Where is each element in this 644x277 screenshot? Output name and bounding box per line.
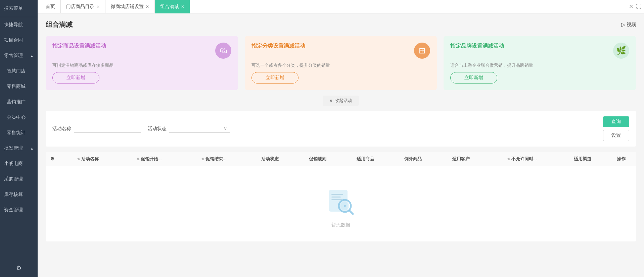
table-header-no-overlap[interactable]: ⇅ 不允许同时... (485, 152, 559, 166)
table-header-row: ⚙ ⇅ 活动名称 ⇅ 促销开始... ⇅ 促销结束... (46, 152, 636, 166)
svg-line-6 (349, 210, 353, 214)
chevron-down-icon: ∨ (224, 126, 227, 131)
brand-card-icon: 🌿 (613, 43, 629, 59)
tab-store-catalog[interactable]: 门店商品目录 ✕ (61, 0, 105, 13)
activity-table: ⚙ ⇅ 活动名称 ⇅ 促销开始... ⇅ 促销结束... (46, 152, 636, 241)
no-overlap-sort-icon: ⇅ (507, 157, 510, 161)
category-add-button[interactable]: 立即新增 (251, 72, 298, 84)
brand-card-title: 指定品牌设置满减活动 (450, 43, 504, 50)
gear-icon[interactable]: ⚙ (16, 264, 21, 272)
wholesale-mgmt-arrow: ▲ (30, 147, 34, 150)
sidebar-item-member-center[interactable]: 会员中心 (0, 110, 38, 125)
activity-name-label: 活动名称 (52, 126, 71, 132)
sidebar-bottom: ⚙ (0, 259, 38, 277)
sidebar-item-retail-management[interactable]: 零售管理 ▲ (0, 48, 38, 63)
table-header-promo-rule: 促销规则 (294, 152, 341, 166)
video-link[interactable]: ▷ 视频 (621, 21, 636, 28)
goods-activity-card: 指定商品设置满减活动 🛍 可指定滞销商品或库存较多商品 立即新增 (46, 36, 238, 90)
promo-end-sort-icon: ⇅ (201, 157, 204, 161)
collapse-arrow-icon: ∧ (329, 98, 333, 103)
search-bar: 活动名称 活动状态 ∨ 查询 设置 (46, 111, 636, 147)
tab-combo-discount[interactable]: 组合满减 ✕ (155, 0, 190, 13)
page-title: 组合满减 (46, 20, 73, 29)
tabbar-right: ✕ ⛶ (629, 3, 641, 10)
tab-wechat-shop-settings[interactable]: 微商城店铺设置 ✕ (105, 0, 155, 13)
table-body: 暂无数据 (46, 166, 636, 241)
sidebar-item-inventory-calc[interactable]: 库存核算 (0, 187, 38, 202)
table-header-promo-start[interactable]: ⇅ 促销开始... (117, 152, 181, 166)
table-header-activity-status: 活动状态 (246, 152, 294, 166)
activity-name-input[interactable] (74, 124, 141, 133)
sidebar-item-xiaochang-ecom[interactable]: 小畅电商 (0, 156, 38, 171)
sidebar-item-fund-mgmt[interactable]: 资金管理 (0, 202, 38, 218)
sidebar-item-smart-store[interactable]: 智慧门店 (0, 63, 38, 79)
activity-name-sort-icon: ⇅ (77, 157, 80, 161)
goods-card-desc: 可指定滞销商品或库存较多商品 (52, 62, 231, 69)
table-empty-row: 暂无数据 (46, 166, 636, 241)
tab-home[interactable]: 首页 (40, 0, 61, 13)
table-header-applicable-goods: 适用商品 (341, 152, 389, 166)
category-card-header: 指定分类设置满减活动 ⊞ (251, 43, 430, 59)
query-button[interactable]: 查询 (603, 116, 629, 127)
table-wrap: ⚙ ⇅ 活动名称 ⇅ 促销开始... ⇅ 促销结束... (46, 152, 636, 241)
activity-status-select[interactable]: ∨ (169, 124, 230, 133)
leaf-icon: 🌿 (616, 46, 626, 55)
activity-status-field: 活动状态 ∨ (148, 124, 230, 133)
goods-card-title: 指定商品设置满减活动 (52, 43, 106, 50)
sidebar-item-retail-stats[interactable]: 零售统计 (0, 125, 38, 141)
promo-start-sort-icon: ⇅ (137, 157, 139, 161)
grid-icon: ⊞ (419, 46, 425, 55)
activity-cards: 指定商品设置满减活动 🛍 可指定滞销商品或库存较多商品 立即新增 指定分类设置满… (46, 36, 636, 90)
bag-icon: 🛍 (220, 46, 227, 55)
page-header: 组合满减 ▷ 视频 (46, 20, 636, 29)
table-header-activity-name[interactable]: ⇅ 活动名称 (59, 152, 117, 166)
brand-card-desc: 适合与上游企业联合做营销，提升品牌销量 (450, 62, 629, 69)
brand-add-button[interactable]: 立即新增 (450, 72, 497, 84)
maximize-window-icon[interactable]: ⛶ (636, 4, 641, 10)
category-card-title: 指定分类设置满减活动 (251, 43, 305, 50)
svg-rect-2 (331, 197, 341, 198)
tabbar: 首页 门店商品目录 ✕ 微商城店铺设置 ✕ 组合满减 ✕ ✕ ⛶ (38, 0, 644, 13)
empty-illustration (324, 186, 358, 217)
goods-card-icon: 🛍 (215, 43, 231, 59)
activity-status-label: 活动状态 (148, 126, 167, 132)
table-header-applicable-channel: 适用渠道 (559, 152, 606, 166)
search-buttons: 查询 设置 (603, 116, 629, 141)
tab-combo-discount-close[interactable]: ✕ (181, 4, 184, 9)
content-area: 组合满减 ▷ 视频 指定商品设置满减活动 🛍 可指定滞销商品或库存较多商品 立即… (38, 13, 644, 277)
close-window-icon[interactable]: ✕ (629, 3, 633, 10)
table-header-gear[interactable]: ⚙ (46, 152, 59, 166)
sidebar: 搜索菜单 快捷导航 项目合同 零售管理 ▲ 智慧门店 零售商城 营销推广 会员中… (0, 0, 38, 277)
setting-button[interactable]: 设置 (603, 130, 629, 141)
brand-card-header: 指定品牌设置满减活动 🌿 (450, 43, 629, 59)
main-area: 首页 门店商品目录 ✕ 微商城店铺设置 ✕ 组合满减 ✕ ✕ ⛶ 组合满减 ▷ … (38, 0, 644, 277)
sidebar-item-wholesale-mgmt[interactable]: 批发管理 ▲ (0, 141, 38, 156)
brand-activity-card: 指定品牌设置满减活动 🌿 适合与上游企业联合做营销，提升品牌销量 立即新增 (444, 36, 636, 90)
table-header-exception-goods: 例外商品 (389, 152, 437, 166)
svg-rect-1 (331, 194, 343, 195)
sidebar-item-retail-mall[interactable]: 零售商城 (0, 79, 38, 94)
category-activity-card: 指定分类设置满减活动 ⊞ 可选一个或者多个分类，提升分类的销量 立即新增 (245, 36, 437, 90)
collapse-button[interactable]: ∧ 收起活动 (323, 96, 359, 106)
sidebar-item-quick-nav[interactable]: 快捷导航 (0, 17, 38, 33)
tab-store-catalog-close[interactable]: ✕ (96, 4, 100, 9)
activity-name-field: 活动名称 (52, 124, 141, 133)
sidebar-item-purchase-mgmt[interactable]: 采购管理 (0, 171, 38, 187)
empty-state: 暂无数据 (46, 166, 636, 241)
sidebar-item-project-contract[interactable]: 项目合同 (0, 33, 38, 48)
category-card-desc: 可选一个或者多个分类，提升分类的销量 (251, 62, 430, 69)
sidebar-item-marketing[interactable]: 营销推广 (0, 94, 38, 110)
table-header-promo-end[interactable]: ⇅ 促销结束... (181, 152, 246, 166)
table-header-operation: 操作 (606, 152, 636, 166)
svg-rect-3 (331, 199, 342, 200)
play-circle-icon: ▷ (621, 21, 625, 28)
goods-card-header: 指定商品设置满减活动 🛍 (52, 43, 231, 59)
retail-management-arrow: ▲ (30, 54, 34, 58)
category-card-icon: ⊞ (414, 43, 430, 59)
tab-wechat-shop-close[interactable]: ✕ (146, 4, 149, 9)
empty-text: 暂无数据 (331, 222, 350, 228)
goods-add-button[interactable]: 立即新增 (52, 72, 99, 84)
table-header-applicable-customer: 适用客户 (437, 152, 485, 166)
sidebar-search[interactable]: 搜索菜单 (0, 0, 38, 17)
svg-point-7 (344, 205, 346, 207)
